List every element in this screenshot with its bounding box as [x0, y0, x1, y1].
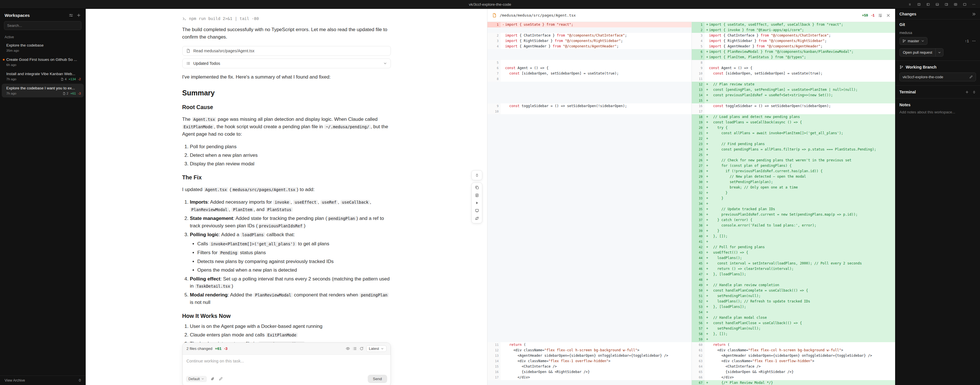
- old-line-number: [487, 190, 501, 196]
- workspace-item-title: Explore the codebase I want you to ex...: [6, 86, 81, 90]
- composer: 2 files changed +61 -3 Latest Continue w…: [182, 342, 391, 385]
- old-line-number: [487, 250, 501, 255]
- pause-icon[interactable]: [908, 3, 912, 6]
- diff-content[interactable]: 1-import { useState } from "react";1+imp…: [487, 22, 895, 385]
- new-code-line: + } catch (error) {: [705, 217, 896, 223]
- old-code-line: [501, 255, 691, 261]
- word-wrap-icon[interactable]: [878, 13, 883, 18]
- more-options-icon[interactable]: [972, 39, 976, 43]
- updated-todos-item[interactable]: Updated Todos: [182, 59, 391, 68]
- file-read-item[interactable]: Read medusa/src/pages/Agent.tsx: [182, 46, 391, 56]
- new-terminal-icon[interactable]: [965, 90, 969, 94]
- deletions-badge: -3: [78, 92, 81, 95]
- commits-ahead-badge: ↑1: [965, 39, 969, 43]
- old-code-line: [501, 326, 691, 331]
- inline-code: PlanReviewModal: [190, 207, 229, 212]
- preview-icon[interactable]: [346, 347, 350, 351]
- changed-files-badge: 2: [62, 92, 68, 95]
- new-code-line: import { AgentHeader } from "@/component…: [705, 44, 896, 49]
- old-code-line: [501, 245, 691, 250]
- old-code-line: [501, 27, 691, 33]
- columns-icon[interactable]: [917, 3, 921, 6]
- compare-icon: [475, 216, 479, 221]
- new-line-number: 8: [691, 60, 705, 65]
- panel-right-icon[interactable]: [944, 3, 948, 6]
- workspace-item[interactable]: Create Good First Issues on Github So ..…: [2, 55, 84, 69]
- old-code-line: [501, 92, 691, 98]
- old-code-line: import { AgentHeader } from "@/component…: [501, 44, 691, 49]
- unfold-button[interactable]: [472, 171, 481, 179]
- ahead-count: 1: [967, 39, 969, 43]
- old-line-number: [487, 320, 501, 326]
- new-line-number: 52: [691, 299, 705, 304]
- old-code-line: [501, 147, 691, 152]
- old-code-line: [501, 261, 691, 266]
- new-code-line: + // Find pending plans: [705, 142, 896, 147]
- old-code-line: [501, 82, 691, 87]
- notes-input[interactable]: Add notes about this workspace...: [899, 110, 976, 114]
- file-icon: [186, 49, 191, 53]
- old-code-line: [501, 299, 691, 304]
- old-line-number: [487, 331, 501, 337]
- grid-icon[interactable]: [953, 3, 958, 6]
- fix-list-item: Imports: Added necessary imports for inv…: [190, 199, 391, 213]
- conversation-scroll[interactable]: npm run build 2>&1 | tail -80 The build …: [86, 9, 487, 385]
- new-code-line: [705, 60, 896, 65]
- old-code-line: import { ChatInterface } from "@/compone…: [501, 33, 691, 38]
- search-input[interactable]: [4, 21, 81, 30]
- workspace-item[interactable]: Explore the codebase I want you to ex...…: [2, 84, 84, 97]
- list-item: User is on the Agent page with a Docker-…: [190, 323, 391, 330]
- terminal-command-item[interactable]: npm run build 2>&1 | tail -80: [182, 16, 391, 21]
- new-code-line: <ChatInterface />: [705, 364, 896, 369]
- old-code-line: [501, 60, 691, 65]
- new-code-line: + }, [loadPlans]);: [705, 272, 896, 277]
- panel-left-icon[interactable]: [926, 3, 930, 6]
- new-code-line: + loadPlans();: [705, 255, 896, 261]
- expand-terminal-icon[interactable]: [972, 90, 976, 94]
- new-line-number: 50: [691, 288, 705, 293]
- new-code-line: + // Plan review state: [705, 82, 896, 87]
- new-code-line: + {/* Plan Review Modal */}: [705, 380, 896, 385]
- pr-button-label: Open pull request: [900, 49, 935, 56]
- close-diff-icon[interactable]: [886, 13, 891, 18]
- edit-button[interactable]: [219, 377, 223, 381]
- log-list-icon[interactable]: [353, 347, 357, 351]
- new-code-line: +: [705, 152, 896, 158]
- compare-button[interactable]: [472, 215, 481, 222]
- view-archive-link[interactable]: View Archive: [5, 379, 25, 382]
- branch-selector[interactable]: master: [899, 37, 928, 45]
- root-cause-list: Poll for pending plansDetect when a new …: [182, 143, 391, 167]
- edit-branch-icon[interactable]: [969, 75, 973, 79]
- workspace-settings-icon[interactable]: [69, 13, 73, 18]
- collapse-panel-icon[interactable]: [972, 12, 976, 16]
- model-dropdown[interactable]: Default: [186, 376, 207, 382]
- copy-button[interactable]: [472, 184, 481, 191]
- new-line-number: 17: [691, 109, 705, 114]
- message-input[interactable]: Continue working on this task...: [183, 355, 391, 374]
- latest-dropdown[interactable]: Latest: [366, 345, 386, 352]
- new-workspace-button[interactable]: [76, 13, 81, 18]
- refresh-icon[interactable]: [360, 347, 364, 351]
- workspace-item-title: Explore the codebase: [6, 43, 81, 48]
- more-icon[interactable]: [972, 3, 976, 6]
- workspace-item[interactable]: Install and integrate Vibe Kanban Web...…: [2, 69, 84, 83]
- titlebar[interactable]: vk/3ccf-explore-the-code: [0, 0, 980, 9]
- diff-file-path[interactable]: /medusa/medusa/src/pages/Agent.tsx: [500, 13, 576, 18]
- clipboard-button[interactable]: [472, 191, 481, 199]
- new-line-number: 25: [691, 152, 705, 158]
- changed-files-count: 4: [65, 77, 66, 81]
- panel-bottom-icon[interactable]: [935, 3, 939, 6]
- new-line-number: 6: [691, 49, 705, 54]
- open-pull-request-button[interactable]: Open pull request: [899, 48, 943, 57]
- window-icon[interactable]: [963, 3, 967, 6]
- chevron-down-icon[interactable]: [383, 61, 387, 65]
- workspace-item[interactable]: Explore the codebase35m ago: [2, 41, 84, 54]
- play-button[interactable]: [472, 199, 481, 207]
- monitor-button[interactable]: [472, 207, 481, 215]
- fix-list-item: Polling logic: Added a loadPlans callbac…: [190, 231, 391, 274]
- send-button[interactable]: Send: [368, 375, 387, 383]
- working-branch-field[interactable]: vk/3ccf-explore-the-code: [899, 73, 976, 81]
- old-code-line: [501, 114, 691, 120]
- attach-button[interactable]: [211, 377, 215, 381]
- files-changed-label[interactable]: 2 files changed: [186, 347, 213, 351]
